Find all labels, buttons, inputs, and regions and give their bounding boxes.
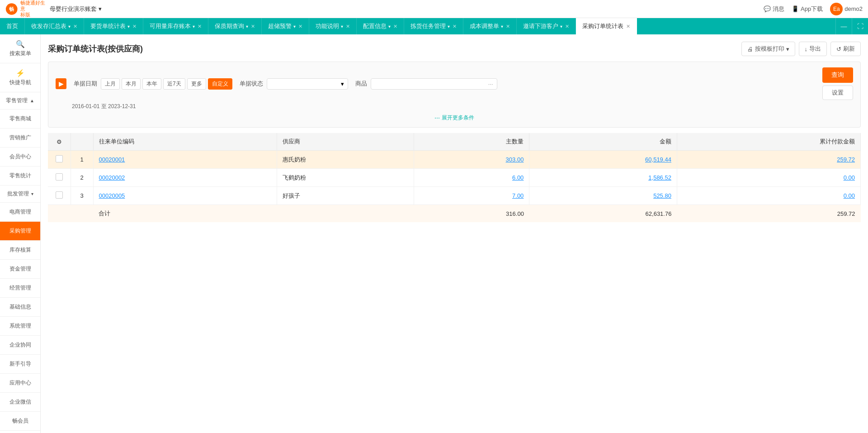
sidebar-label-search: 搜索菜单 bbox=[9, 50, 31, 57]
sidebar-item-app-center[interactable]: 应用中心 bbox=[0, 374, 40, 393]
sidebar-item-basic-info[interactable]: 基础信息 bbox=[0, 298, 40, 317]
tab-cost-adjust[interactable]: 成本调整单 ▾ ✕ bbox=[463, 18, 517, 34]
tab-config[interactable]: 配置信息 ▾ ✕ bbox=[357, 18, 404, 34]
tab-purchase-order-stats[interactable]: 采购订单统计表 ✕ bbox=[576, 18, 637, 34]
unit-code-link[interactable]: 00020005 bbox=[99, 192, 125, 199]
expand-more-btn[interactable]: ⋯ 展开更多条件 bbox=[56, 114, 853, 122]
sidebar-item-search[interactable]: 🔍 搜索菜单 bbox=[0, 34, 40, 63]
tab-arrow-icon: ▾ bbox=[68, 24, 71, 29]
th-qty: 主数量 bbox=[414, 133, 529, 151]
page-header: 采购订单统计表(按供应商) 🖨 按模板打印 ▾ ↓ 导出 ↺ 刷新 bbox=[48, 42, 861, 56]
tab-function-desc[interactable]: 功能说明 ▾ ✕ bbox=[309, 18, 357, 34]
row-checkbox[interactable] bbox=[56, 191, 63, 199]
tab-fullscreen-btn[interactable]: ⛶ bbox=[852, 18, 868, 34]
amount-link[interactable]: 1,586.52 bbox=[648, 174, 671, 181]
sidebar-item-marketing[interactable]: 营销推广 bbox=[0, 128, 40, 148]
tab-pick-task[interactable]: 拣货任务管理 ▾ ✕ bbox=[404, 18, 463, 34]
tab-close-icon[interactable]: ✕ bbox=[198, 24, 202, 29]
sidebar-item-vip[interactable]: 畅会员 bbox=[0, 412, 40, 431]
settings-button[interactable]: 设置 bbox=[822, 86, 853, 100]
tab-available-stock[interactable]: 可用量库存账本 ▾ ✕ bbox=[143, 18, 208, 34]
goods-ellipsis-icon[interactable]: ··· bbox=[488, 81, 493, 87]
workspace-selector[interactable]: 母婴行业演示账套 ▾ bbox=[46, 3, 105, 15]
paid-link[interactable]: 0.00 bbox=[844, 192, 855, 199]
tab-close-icon[interactable]: ✕ bbox=[346, 24, 350, 29]
row-checkbox[interactable] bbox=[56, 173, 63, 181]
sidebar-item-retail-stats[interactable]: 零售统计 bbox=[0, 167, 40, 186]
sidebar-item-wholesale[interactable]: 批发管理 ▾ bbox=[0, 186, 40, 203]
filter-toggle-button[interactable]: ▶ bbox=[56, 78, 66, 89]
tab-close-icon[interactable]: ✕ bbox=[132, 24, 137, 29]
unit-code-link[interactable]: 00020002 bbox=[99, 174, 125, 181]
sidebar-item-collaboration[interactable]: 企业协同 bbox=[0, 336, 40, 355]
tab-close-icon[interactable]: ✕ bbox=[73, 24, 77, 29]
tab-close-icon[interactable]: ✕ bbox=[506, 24, 510, 29]
qty-link[interactable]: 6.00 bbox=[512, 174, 524, 181]
tab-close-icon[interactable]: ✕ bbox=[565, 24, 569, 29]
footer-empty-2 bbox=[71, 205, 93, 223]
tab-close-icon[interactable]: ✕ bbox=[626, 24, 630, 29]
date-btn-this-year[interactable]: 本年 bbox=[142, 78, 161, 90]
sidebar-item-finance[interactable]: 资金管理 bbox=[0, 260, 40, 279]
footer-label: 合计 bbox=[93, 205, 414, 223]
export-button[interactable]: ↓ 导出 bbox=[799, 42, 827, 56]
nav-tabs-bar: 首页 收发存汇总表 ▾ ✕ 要货单统计表 ▾ ✕ 可用量库存账本 ▾ ✕ 保质期… bbox=[0, 18, 868, 34]
tab-order-stats[interactable]: 要货单统计表 ▾ ✕ bbox=[84, 18, 143, 34]
refresh-icon: ↺ bbox=[836, 46, 841, 52]
filter-row-main: ▶ 单据日期 上月 本月 本年 近7天 更多 自定义 bbox=[56, 67, 853, 100]
tab-expiry-query[interactable]: 保质期查询 ▾ ✕ bbox=[208, 18, 262, 34]
date-btn-custom[interactable]: 自定义 bbox=[208, 78, 232, 90]
filter-actions: 查询 设置 bbox=[822, 67, 853, 100]
nav-tabs-right-controls: — ⛶ bbox=[835, 18, 868, 34]
sidebar-item-retail-manage[interactable]: 零售管理 ▲ bbox=[0, 92, 40, 109]
footer-label-text: 合计 bbox=[99, 210, 110, 217]
avatar-text: Ea bbox=[833, 6, 840, 12]
sidebar-item-purchase[interactable]: 采购管理 bbox=[0, 222, 40, 241]
goods-input-wrapper: ··· bbox=[371, 78, 497, 90]
user-area[interactable]: Ea demo2 bbox=[830, 3, 863, 15]
sidebar-item-system[interactable]: 系统管理 bbox=[0, 317, 40, 336]
paid-link[interactable]: 259.72 bbox=[837, 156, 855, 163]
date-btn-7days[interactable]: 近7天 bbox=[163, 78, 185, 90]
row-paid: 259.72 bbox=[677, 151, 860, 169]
sidebar-item-newbie[interactable]: 新手引导 bbox=[0, 355, 40, 374]
sidebar-item-enterprise-wechat[interactable]: 企业微信 bbox=[0, 393, 40, 412]
sidebar-item-quick-nav[interactable]: ⚡ 快捷导航 bbox=[0, 63, 40, 92]
sidebar-item-operation[interactable]: 经营管理 bbox=[0, 279, 40, 298]
qty-link[interactable]: 303.00 bbox=[506, 156, 524, 163]
refresh-button[interactable]: ↺ 刷新 bbox=[830, 42, 861, 56]
tab-overstock-warning[interactable]: 超储预警 ▾ ✕ bbox=[262, 18, 309, 34]
date-btn-last-month[interactable]: 上月 bbox=[101, 78, 120, 90]
sidebar-item-stock-check[interactable]: 库存核算 bbox=[0, 241, 40, 260]
amount-link[interactable]: 525.80 bbox=[653, 192, 671, 199]
message-btn[interactable]: 💬 消息 bbox=[764, 5, 784, 13]
tab-receive-summary[interactable]: 收发存汇总表 ▾ ✕ bbox=[25, 18, 84, 34]
query-button[interactable]: 查询 bbox=[822, 67, 853, 83]
export-icon: ↓ bbox=[805, 46, 808, 52]
date-btn-this-month[interactable]: 本月 bbox=[122, 78, 141, 90]
paid-link[interactable]: 0.00 bbox=[844, 174, 855, 181]
sidebar-item-ecommerce[interactable]: 电商管理 bbox=[0, 203, 40, 222]
tab-invite-customer[interactable]: 邀请下游客户 ▾ ✕ bbox=[517, 18, 576, 34]
template-print-button[interactable]: 🖨 按模板打印 ▾ bbox=[741, 42, 795, 56]
tab-home[interactable]: 首页 bbox=[0, 18, 25, 34]
row-checkbox[interactable] bbox=[56, 155, 63, 162]
filter-area: ▶ 单据日期 上月 本月 本年 近7天 更多 自定义 bbox=[48, 62, 861, 128]
tab-close-icon[interactable]: ✕ bbox=[298, 24, 302, 29]
sidebar-item-retail-mall[interactable]: 零售商城 bbox=[0, 109, 40, 128]
tab-close-icon[interactable]: ✕ bbox=[393, 24, 397, 29]
tab-close-icon[interactable]: ✕ bbox=[251, 24, 255, 29]
tab-minimize-btn[interactable]: — bbox=[835, 18, 852, 34]
tab-label: 配置信息 bbox=[363, 22, 387, 30]
tab-close-icon[interactable]: ✕ bbox=[453, 24, 457, 29]
app-download-btn[interactable]: 📱 App下载 bbox=[792, 5, 823, 13]
qty-link[interactable]: 7.00 bbox=[512, 192, 524, 199]
amount-link[interactable]: 60,519.44 bbox=[645, 156, 671, 163]
status-select[interactable]: ▾ bbox=[267, 78, 348, 90]
tab-label: 要货单统计表 bbox=[90, 22, 126, 30]
goods-search-input[interactable] bbox=[375, 81, 488, 87]
date-btn-more[interactable]: 更多 bbox=[187, 78, 206, 90]
unit-code-link[interactable]: 00020001 bbox=[99, 156, 125, 163]
sidebar-item-member[interactable]: 会员中心 bbox=[0, 148, 40, 167]
settings-col-icon[interactable]: ⚙ bbox=[57, 138, 62, 145]
